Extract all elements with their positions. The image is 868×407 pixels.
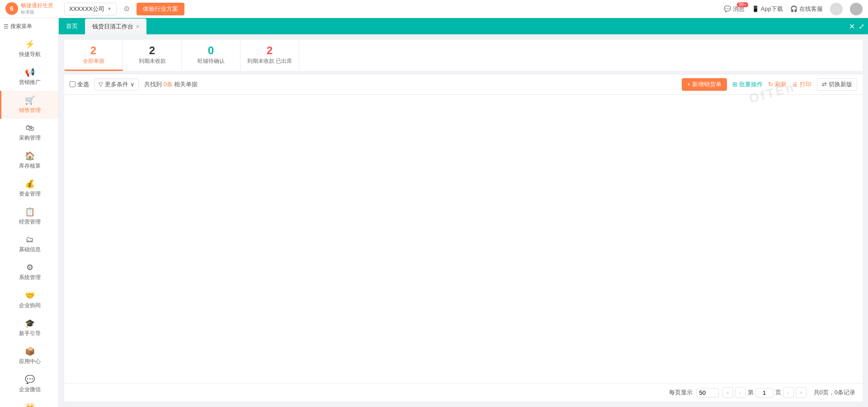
sidebar-item-quick-nav[interactable]: ⚡ 快捷导航 [0,35,58,63]
new-sale-order-button[interactable]: + 新增销货单 [682,78,727,91]
sidebar-search[interactable]: ☰ 搜索菜单 [0,18,58,35]
tab-bar: 首页 钱货日清工作台 × ✕ ⤢ [59,18,868,34]
member-icon: 👑 [25,402,35,407]
sidebar-item-purchase[interactable]: 🛍 采购管理 [0,119,58,146]
logo-area: 6 畅捷通好生意 标准版 [5,2,64,15]
tab-home[interactable]: 首页 [59,18,85,34]
toolbar: 全选 ▽ 更多条件 ∨ 共找到 0条 相关单据 + 新增销货单 ⊞ 批量操作 [64,75,863,95]
tab-close-icon[interactable]: × [136,23,139,30]
switch-version-button[interactable]: ⇄ 切换新版 [817,78,857,91]
company-selector[interactable]: XXXXXX公司 ▼ [64,3,117,15]
stat-label-all: 全部单据 [83,57,104,65]
finance-icon: 💰 [25,179,35,189]
switch-icon: ⇄ [822,81,827,88]
wechat-label: 企业微信 [19,386,41,393]
stat-number-overdue: 2 [149,44,155,57]
logo-text-block: 畅捷通好生意 标准版 [21,2,53,15]
page-size-label: 每页显示 [669,388,693,397]
last-page-button[interactable]: » [796,387,807,398]
stat-label-shipped: 到期未收款 已出库 [247,57,292,65]
stat-number-pending: 0 [208,44,214,57]
inventory-label: 库存核算 [19,162,41,170]
sidebar-item-system[interactable]: ⚙ 系统管理 [0,258,58,286]
batch-operation-button[interactable]: ⊞ 批量操作 [732,80,763,89]
page-size-select[interactable]: 50 100 200 [696,388,719,398]
stat-tab-overdue[interactable]: 2 到期未收款 [123,40,182,71]
page-content: 2 全部单据 2 到期未收款 0 旺辅待确认 2 到期未收款 已出库 [59,34,868,407]
guide-icon: 🎓 [25,318,35,328]
toolbar-right: + 新增销货单 ⊞ 批量操作 ↻ 刷新 🖨 打印 ⇄ [682,78,857,91]
watermark: OfTEn [748,95,797,106]
message-item[interactable]: 💬 消息 99+ [724,5,745,13]
select-all-checkbox[interactable]: 全选 [70,80,89,89]
avatar[interactable] [830,3,843,15]
sidebar-item-basic-info[interactable]: 🗂 基础信息 [0,230,58,258]
operations-label: 经营管理 [19,218,41,226]
tab-minimize-button[interactable]: ✕ [849,22,855,31]
app-tag: 标准版 [21,9,53,15]
refresh-label: 刷新 [775,80,787,89]
sidebar-item-marketing[interactable]: 📢 营销推广 [0,63,58,91]
tab-bar-right: ✕ ⤢ [849,22,868,31]
app-download-label: App下载 [761,5,783,13]
tab-active[interactable]: 钱货日清工作台 × [85,19,146,35]
refresh-button[interactable]: ↻ 刷新 [768,80,787,89]
prev-page-button[interactable]: ‹ [735,387,746,398]
quick-nav-label: 快捷导航 [19,51,41,58]
quick-nav-icon: ⚡ [25,39,35,49]
select-all-input[interactable] [70,81,75,87]
system-icon: ⚙ [26,262,33,272]
table-area: OfTEn [64,95,863,383]
stat-number-all: 2 [90,44,96,57]
more-filters-button[interactable]: ▽ 更多条件 ∨ [94,79,139,90]
stat-tab-shipped[interactable]: 2 到期未收款 已出库 [241,40,299,71]
finance-label: 资金管理 [19,190,41,198]
main-layout: ☰ 搜索菜单 ⚡ 快捷导航 📢 营销推广 🛒 销售管理 🛍 采购管理 🏠 库存核… [0,18,868,407]
found-count: 0条 [164,81,173,88]
sidebar-item-member[interactable]: 👑 畅会员 [0,398,58,407]
stat-tab-pending[interactable]: 0 旺辅待确认 [182,40,241,71]
sidebar-item-wechat[interactable]: 💬 企业微信 [0,370,58,398]
sidebar-item-apps[interactable]: 📦 应用中心 [0,342,58,370]
sidebar-item-inventory[interactable]: 🏠 库存核算 [0,146,58,174]
app-name: 畅捷通好生意 [21,2,53,9]
app-download-item[interactable]: 📱 App下载 [752,5,783,13]
found-suffix: 相关单据 [174,81,198,88]
sidebar-item-sales[interactable]: 🛒 销售管理 [0,91,58,119]
first-page-button[interactable]: « [722,387,733,398]
found-text: 共找到 0条 相关单据 [144,80,198,89]
apps-icon: 📦 [25,346,35,356]
trial-button[interactable]: 体验行业方案 [137,3,184,15]
page-text-suffix: 页 [775,388,781,397]
purchase-icon: 🛍 [26,123,34,133]
online-service-item[interactable]: 🎧 在线客服 [790,5,823,13]
total-text: 共0页，0条记录 [814,388,855,397]
page-input[interactable] [755,388,774,398]
next-page-button[interactable]: › [783,387,794,398]
print-label: 打印 [800,80,811,89]
settings-icon[interactable]: ⚙ [120,3,133,15]
message-icon: 💬 [724,5,731,12]
avatar-2[interactable] [850,3,863,15]
found-prefix: 共找到 [144,81,162,88]
stat-label-overdue: 到期未收款 [139,57,166,65]
filter-icon: ▽ [99,81,103,88]
inventory-icon: 🏠 [25,151,35,161]
sidebar-item-operations[interactable]: 📋 经营管理 [0,202,58,230]
stat-number-shipped: 2 [267,44,273,57]
stat-tab-all[interactable]: 2 全部单据 [64,40,123,71]
sidebar-item-finance[interactable]: 💰 资金管理 [0,174,58,202]
cooperation-label: 企业协同 [19,302,41,309]
print-icon: 🖨 [792,81,798,88]
sidebar-item-cooperation[interactable]: 🤝 企业协同 [0,286,58,314]
sidebar: ☰ 搜索菜单 ⚡ 快捷导航 📢 营销推广 🛒 销售管理 🛍 采购管理 🏠 库存核… [0,18,59,407]
sidebar-item-guide[interactable]: 🎓 新手引导 [0,314,58,342]
apps-label: 应用中心 [19,358,41,365]
wechat-icon: 💬 [25,374,35,384]
top-header: 6 畅捷通好生意 标准版 XXXXXX公司 ▼ ⚙ 体验行业方案 💬 消息 99… [0,0,868,18]
tab-expand-button[interactable]: ⤢ [859,22,864,31]
print-button[interactable]: 🖨 打印 [792,80,811,89]
header-right: 💬 消息 99+ 📱 App下载 🎧 在线客服 [724,3,863,15]
select-all-label: 全选 [77,80,89,89]
page-nav: « ‹ 第 页 › » [722,387,807,398]
